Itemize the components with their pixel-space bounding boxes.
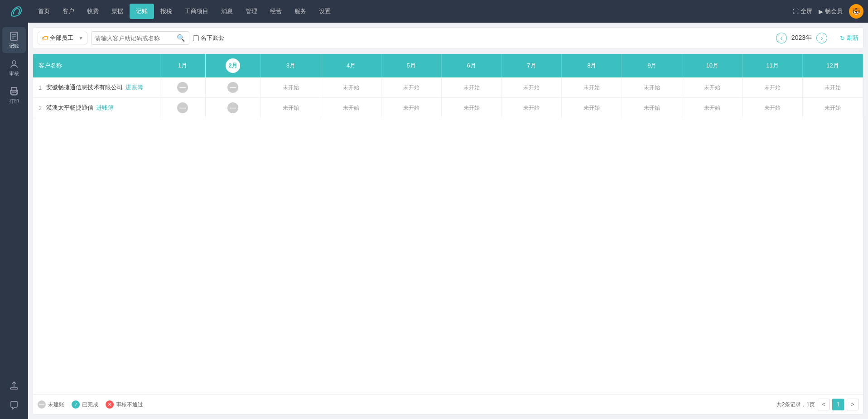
nav-item-settings[interactable]: 设置 [313,4,337,19]
sidebar-item-upload[interactable] [2,376,26,395]
col-jun: 6月 [441,54,502,77]
nav-item-business[interactable]: 工商项目 [178,4,215,19]
current-page-button[interactable]: 1 [832,399,844,410]
col-oct: 10月 [682,54,743,77]
refresh-button[interactable]: ↻ 刷新 [840,34,858,42]
row1-mar: 未开始 [260,77,321,98]
legend-grey-dot: — [38,400,46,409]
prev-year-button[interactable]: ‹ [776,33,787,43]
nav-item-service[interactable]: 服务 [288,4,313,19]
main-layout: 记账 审核 打印 [0,23,868,419]
row1-dec: 未开始 [803,77,863,98]
nav-item-message[interactable]: 消息 [215,4,239,19]
row1-feb: — [205,77,260,98]
sidebar-item-print[interactable]: 打印 [2,82,26,108]
vip-button[interactable]: ▶ 畅会员 [819,7,843,15]
row2-dec-status: 未开始 [825,105,841,111]
row1-nov-status: 未开始 [764,84,781,91]
table-container: 客户名称 1月 2月 3月 4月 5月 6月 7月 8月 9月 10月 11月 [33,54,863,395]
row2-aug: 未开始 [562,98,622,118]
table-row: 1 安徽畅捷通信息技术有限公司 进账簿 — — 未开始 未开始 未开始 未开始 [33,77,863,98]
sidebar-item-audit[interactable]: 审核 [2,55,26,81]
content-area: 🏷 全部员工 ▼ 🔍 名下账套 ‹ 2023年 › ↻ 刷新 [28,23,868,419]
refresh-icon: ↻ [840,35,845,42]
nav-item-home[interactable]: 首页 [32,4,56,19]
nav-item-tax[interactable]: 报税 [154,4,178,19]
nav-item-invoice[interactable]: 票据 [105,4,130,19]
nav-item-fee[interactable]: 收费 [81,4,105,19]
search-input[interactable] [92,33,173,44]
myaccounts-label: 名下账套 [201,34,224,42]
checkbox-myaccounts[interactable]: 名下账套 [193,34,224,42]
vip-label: 畅会员 [825,7,843,15]
sidebar-label-accounting: 记账 [9,43,19,49]
legend-red-dot: ✕ [106,400,114,409]
row1-jul: 未开始 [502,77,562,98]
svg-rect-9 [10,388,18,389]
col-jan: 1月 [160,54,205,77]
row2-jan: — [160,98,205,118]
nav-item-operation[interactable]: 经营 [264,4,288,19]
next-year-button[interactable]: › [816,33,827,43]
col-customer-name: 客户名称 [33,54,160,77]
chevron-down-icon: ▼ [78,35,83,41]
year-navigation: ‹ 2023年 › [776,33,827,43]
sidebar-label-print: 打印 [9,98,19,105]
next-page-button[interactable]: > [847,399,858,410]
prev-page-button[interactable]: < [818,399,829,410]
active-month-circle: 2月 [226,58,240,73]
row2-jun-status: 未开始 [463,105,480,111]
row2-nov-status: 未开始 [764,105,781,111]
row1-enter-link[interactable]: 进账簿 [125,83,143,92]
row2-enter-link[interactable]: 进账簿 [96,104,114,112]
row2-may-status: 未开始 [403,105,420,111]
row1-apr-status: 未开始 [343,84,359,91]
row1-dec-status: 未开始 [825,84,841,91]
row2-dec: 未开始 [803,98,863,118]
row1-may-status: 未开始 [403,84,420,91]
nav-item-customer[interactable]: 客户 [56,4,81,19]
row2-aug-status: 未开始 [583,105,600,111]
sidebar-item-chat[interactable] [2,396,26,414]
year-display: 2023年 [791,34,812,42]
sidebar: 记账 审核 打印 [0,23,28,419]
row1-jan-status: — [177,82,188,93]
table-footer: — 未建账 ✓ 已完成 ✕ 审核不通过 共2条记录，1页 < [33,395,863,414]
accounts-table: 客户名称 1月 2月 3月 4月 5月 6月 7月 8月 9月 10月 11月 [33,54,863,118]
legend-rejected: ✕ 审核不通过 [106,400,143,409]
col-nov: 11月 [743,54,803,77]
legend-green-dot: ✓ [72,400,80,409]
nav-item-manage[interactable]: 管理 [239,4,264,19]
employee-icon: 🏷 [42,34,48,42]
fullscreen-label: 全屏 [800,7,812,15]
col-jul: 7月 [502,54,562,77]
search-button[interactable]: 🔍 [173,32,189,44]
fullscreen-button[interactable]: ⛶ 全屏 [793,7,812,15]
myaccounts-checkbox[interactable] [193,35,199,41]
row1-sep-status: 未开始 [644,84,660,91]
col-sep: 9月 [622,54,682,77]
search-wrapper: 🔍 [91,31,189,45]
col-feb: 2月 [205,54,260,77]
row2-may: 未开始 [381,98,441,118]
upload-icon [9,380,19,391]
refresh-label: 刷新 [847,34,858,42]
nav-item-accounting[interactable]: 记账 [130,4,154,19]
user-avatar[interactable]: 🐯 [849,4,863,19]
employee-select[interactable]: 🏷 全部员工 ▼ [38,32,87,44]
row1-jul-status: 未开始 [523,84,540,91]
row1-sep: 未开始 [622,77,682,98]
sidebar-item-accounting[interactable]: 记账 [2,27,26,53]
legend-completed-label: 已完成 [82,401,98,409]
accounting-icon [9,31,19,42]
toolbar: 🏷 全部员工 ▼ 🔍 名下账套 ‹ 2023年 › ↻ 刷新 [33,27,863,49]
row1-jan: — [160,77,205,98]
customer-name-wrapper: 1 安徽畅捷通信息技术有限公司 进账簿 [39,83,157,92]
col-apr: 4月 [321,54,381,77]
legend-not-created: — 未建账 [38,400,64,409]
table-header-row: 客户名称 1月 2月 3月 4月 5月 6月 7月 8月 9月 10月 11月 [33,54,863,77]
row2-customer-name-cell: 2 漠澳太平畅捷通信 进账簿 [33,98,160,118]
row2-mar-status: 未开始 [283,105,299,111]
table-row: 2 漠澳太平畅捷通信 进账簿 — — 未开始 未开始 未开始 未开始 [33,98,863,118]
row2-jul-status: 未开始 [523,105,540,111]
